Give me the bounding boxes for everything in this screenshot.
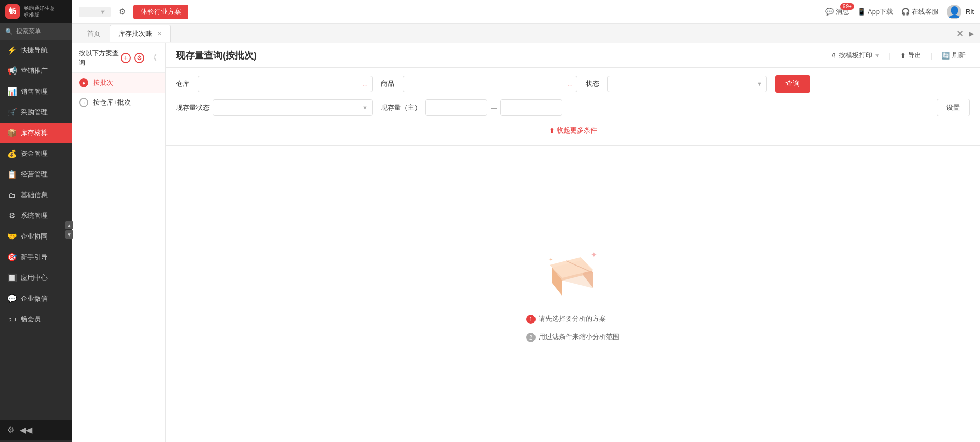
- inventory-icon: 📦: [7, 128, 17, 138]
- scheme-by-batch[interactable]: ● 按批次: [72, 73, 165, 93]
- refresh-btn[interactable]: 🔄 刷新: [938, 49, 970, 62]
- sidebar-bottom: ⚙ ◀◀: [0, 420, 72, 440]
- user-menu[interactable]: 👤 Rit: [947, 5, 974, 19]
- topbar: — — ▼ ⚙ 体验行业方案 💬 消息 99+ 📱 App下载 🎧 在线客服: [72, 0, 980, 24]
- system-icon: ⚙: [7, 211, 17, 220]
- sidebar-item-basic[interactable]: 🗂 基础信息: [0, 185, 72, 205]
- breadcrumb[interactable]: — — ▼: [79, 7, 111, 17]
- set-btn[interactable]: 设置: [937, 99, 970, 116]
- message-btn[interactable]: 💬 消息 99+: [825, 7, 849, 17]
- empty-svg: ✦ ✦: [539, 242, 606, 304]
- warehouse-input[interactable]: ...: [198, 76, 373, 92]
- collapse-up-icon: ⬆: [549, 127, 555, 135]
- empty-steps: 1 请先选择要分析的方案 2 用过滤条件来缩小分析范围: [526, 314, 619, 346]
- print-label: 按模板打印: [839, 51, 872, 60]
- message-badge: 99+: [840, 3, 854, 10]
- product-label: 商品: [381, 79, 399, 89]
- close-panel-btn[interactable]: ✕: [952, 28, 968, 39]
- page-title: 现存量查询(按批次): [176, 49, 257, 62]
- sidebar-search[interactable]: 🔍 搜索菜单: [0, 23, 72, 40]
- stock-qty-filter: 现存量（主） —: [381, 99, 577, 116]
- empty-illustration: ✦ ✦: [539, 242, 606, 304]
- sidebar-item-sales[interactable]: 📊 销售管理: [0, 81, 72, 102]
- quick-nav-icon: ⚡: [7, 46, 17, 55]
- product-more-btn[interactable]: ...: [567, 80, 573, 88]
- warehouse-label: 仓库: [176, 79, 195, 89]
- print-arrow: ▼: [874, 53, 880, 58]
- sidebar-item-label: 经营管理: [21, 170, 48, 179]
- sidebar-item-marketing[interactable]: 📢 营销推广: [0, 61, 72, 81]
- tab-inventory-batch[interactable]: 库存批次账 ✕: [110, 25, 171, 42]
- topbar-gear-btn[interactable]: ⚙: [115, 5, 129, 19]
- add-scheme-btn[interactable]: +: [121, 53, 131, 63]
- stock-qty-label: 现存量（主）: [381, 103, 422, 112]
- topbar-right: 💬 消息 99+ 📱 App下载 🎧 在线客服 👤 Rit: [825, 5, 974, 19]
- sidebar-item-wechat[interactable]: 💬 企业微信: [0, 288, 72, 309]
- collapse-more-btn[interactable]: ⬆ 收起更多条件: [176, 123, 970, 138]
- warehouse-filter: 仓库 ...: [176, 76, 373, 92]
- query-btn[interactable]: 查询: [775, 75, 810, 93]
- sidebar-header: 畅 畅康通好生意 标准版: [0, 0, 72, 23]
- basic-icon: 🗂: [7, 190, 17, 200]
- newbie-icon: 🎯: [7, 253, 17, 262]
- tab-inventory-batch-label: 库存批次账: [118, 29, 152, 38]
- sidebar-item-label: 资金管理: [21, 149, 48, 158]
- tab-home[interactable]: 首页: [79, 25, 109, 42]
- status-filter: 状态 ▼: [586, 76, 767, 92]
- purchase-icon: 🛒: [7, 108, 17, 117]
- sidebar-item-label: 基础信息: [21, 190, 48, 200]
- status-select[interactable]: ▼: [607, 76, 767, 92]
- collapse-left-btn[interactable]: 《: [147, 52, 159, 64]
- stock-status-label: 现存量状态: [176, 103, 210, 112]
- sidebar-collapse-btn[interactable]: ◀◀: [20, 425, 32, 435]
- sidebar-item-inventory[interactable]: 📦 库存核算: [0, 123, 72, 143]
- refresh-icon: 🔄: [942, 52, 950, 60]
- settings-scheme-btn[interactable]: ⚙: [134, 53, 144, 63]
- warehouse-more-btn[interactable]: ...: [362, 80, 368, 88]
- right-panel: 现存量查询(按批次) 🖨 按模板打印 ▼ | ⬆ 导出 | 🔄: [166, 43, 980, 442]
- divider: |: [889, 52, 890, 60]
- sidebar-item-newbie[interactable]: 🎯 新手引导: [0, 247, 72, 268]
- inactive-scheme-icon: ○: [79, 97, 89, 108]
- tab-home-label: 首页: [87, 29, 100, 38]
- filter-row-2: 现存量状态 ▼ 现存量（主） — 设置: [176, 99, 970, 116]
- sidebar-item-label: 采购管理: [21, 108, 48, 117]
- chevron-down-icon2: ▼: [362, 105, 368, 111]
- sidebar-item-system[interactable]: ⚙ 系统管理: [0, 205, 72, 226]
- stock-qty-max-input[interactable]: [500, 99, 562, 116]
- scroll-up-btn[interactable]: ▲: [65, 221, 73, 229]
- headset-icon: 🎧: [901, 8, 910, 16]
- chevron-down-icon: ▼: [100, 9, 106, 15]
- customer-service-btn[interactable]: 🎧 在线客服: [901, 7, 939, 17]
- sidebar: 畅 畅康通好生意 标准版 🔍 搜索菜单 ▲ ▼ ⚡ 快捷导航 📢 营销推广 📊 …: [0, 0, 72, 442]
- ops-icon: 📋: [7, 170, 17, 179]
- product-input[interactable]: ...: [403, 76, 577, 92]
- sidebar-item-label: 应用中心: [21, 273, 48, 283]
- left-panel-title: 按以下方案查询: [79, 49, 121, 67]
- sidebar-item-ops[interactable]: 📋 经营管理: [0, 164, 72, 185]
- stock-qty-min-input[interactable]: [425, 99, 487, 116]
- sidebar-item-enterprise[interactable]: 🤝 企业协同: [0, 226, 72, 247]
- print-btn[interactable]: 🖨 按模板打印 ▼: [826, 49, 884, 62]
- export-btn[interactable]: ⬆ 导出: [896, 49, 926, 62]
- tab-close-btn[interactable]: ✕: [157, 31, 162, 37]
- sidebar-item-member[interactable]: 🏷 畅会员: [0, 309, 72, 330]
- sales-icon: 📊: [7, 87, 17, 96]
- trial-btn[interactable]: 体验行业方案: [133, 5, 188, 19]
- sidebar-item-label: 快捷导航: [21, 46, 48, 55]
- scheme-by-warehouse-batch[interactable]: ○ 按仓库+批次: [72, 93, 165, 112]
- sidebar-item-purchase[interactable]: 🛒 采购管理: [0, 102, 72, 123]
- gear-icon[interactable]: ⚙: [7, 425, 14, 435]
- app-brand: 畅康通好生意 标准版: [24, 5, 55, 18]
- sidebar-item-finance[interactable]: 💰 资金管理: [0, 143, 72, 164]
- print-icon: 🖨: [830, 52, 837, 60]
- app-download-btn[interactable]: 📱 App下载: [857, 7, 893, 17]
- export-label: 导出: [908, 51, 922, 60]
- sidebar-item-quick-nav[interactable]: ⚡ 快捷导航: [0, 40, 72, 61]
- divider2: |: [931, 52, 932, 60]
- scheme-by-warehouse-batch-label: 按仓库+批次: [93, 98, 131, 107]
- scroll-down-btn[interactable]: ▼: [65, 230, 73, 239]
- sidebar-item-apps[interactable]: 🔲 应用中心: [0, 268, 72, 288]
- stock-status-select[interactable]: ▼: [213, 99, 373, 116]
- right-panel-arrow[interactable]: ▶: [969, 30, 974, 37]
